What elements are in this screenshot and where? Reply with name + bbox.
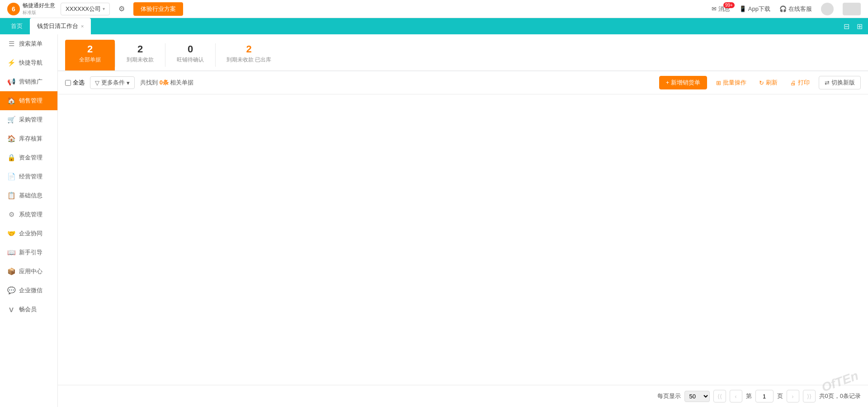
sidebar-item-quick-nav[interactable]: ⚡ 快捷导航: [0, 53, 57, 72]
toolbar: 全选 ▽ 更多条件 ▾ 共找到 0条 相关单据 + 新增销货单 ⊞ 批量操作: [58, 71, 868, 94]
last-page-button[interactable]: ⟩⟩: [803, 390, 816, 402]
app-download-button[interactable]: 📱 App下载: [739, 5, 770, 13]
sidebar-item-finance[interactable]: 🔒 资金管理: [0, 148, 57, 167]
sidebar-item-purchase[interactable]: 🛒 采购管理: [0, 110, 57, 129]
tab-home[interactable]: 首页: [4, 18, 30, 34]
message-badge: 99+: [723, 2, 735, 8]
print-button[interactable]: 🖨 打印: [787, 77, 813, 89]
total-records: 共0页，0条记录: [819, 392, 861, 400]
service-icon: 🎧: [779, 5, 787, 12]
user-name: [843, 3, 861, 15]
prev-page-button[interactable]: ‹: [730, 390, 742, 402]
sidebar-item-operations[interactable]: 📄 经营管理: [0, 167, 57, 186]
toolbar-right: + 新增销货单 ⊞ 批量操作 ↻ 刷新 🖨 打印 ⇄ 切换新版: [659, 76, 861, 89]
basic-info-icon: 📋: [7, 192, 15, 200]
quick-nav-icon: ⚡: [7, 59, 15, 67]
next-page-button[interactable]: ›: [787, 390, 799, 402]
avatar[interactable]: [821, 3, 834, 15]
chevron-down-icon: ▾: [127, 80, 130, 86]
tab-collapse-icon[interactable]: ⊟: [842, 20, 851, 33]
logo-text: 畅捷通好生意 标准版: [23, 2, 55, 15]
batch-operation-button[interactable]: ⊞ 批量操作: [712, 77, 750, 89]
logo-area: 6 畅捷通好生意 标准版: [7, 2, 55, 15]
guide-icon: 📖: [7, 248, 15, 257]
stat-tab-pending[interactable]: 0 旺铺待确认: [165, 40, 215, 70]
stat-all-label: 全部单据: [76, 56, 104, 64]
filter-icon: ▽: [95, 80, 99, 86]
per-page-label: 每页显示: [657, 392, 681, 400]
add-sale-order-button[interactable]: + 新增销货单: [659, 76, 707, 89]
sidebar-item-basic-info[interactable]: 📋 基础信息: [0, 186, 57, 205]
sidebar-item-member[interactable]: V 畅会员: [0, 300, 57, 319]
sidebar-item-app-center[interactable]: 📦 应用中心: [0, 262, 57, 281]
switch-version-button[interactable]: ⇄ 切换新版: [819, 76, 861, 89]
system-icon: ⚙: [7, 211, 15, 219]
experience-button[interactable]: 体验行业方案: [133, 2, 183, 16]
stat-pending-count: 0: [176, 43, 204, 55]
tab-expand-icon[interactable]: ⊞: [855, 20, 864, 33]
company-selector[interactable]: XXXXXX公司 ▾: [61, 3, 110, 15]
finance-icon: 🔒: [7, 154, 15, 162]
page-input[interactable]: [755, 390, 774, 402]
sidebar-item-marketing[interactable]: 📢 营销推广: [0, 72, 57, 91]
header-left: 6 畅捷通好生意 标准版 XXXXXX公司 ▾ ⚙ 体验行业方案: [7, 2, 183, 16]
stats-tabs: 2 全部单据 2 到期未收款 0 旺铺待确认 2 到期未收款 已出库: [58, 34, 868, 71]
sidebar-item-search-menu[interactable]: ☰ 搜索菜单: [0, 34, 57, 53]
switch-icon: ⇄: [825, 80, 830, 86]
stat-tab-unshipped[interactable]: 2 到期未收款 已出库: [216, 40, 282, 70]
page-label: 第: [746, 392, 752, 400]
sidebar-item-sales[interactable]: 🏠 销售管理: [0, 91, 57, 110]
sidebar-item-system[interactable]: ⚙ 系统管理: [0, 205, 57, 224]
sidebar-item-inventory[interactable]: 🏠 库存核算: [0, 129, 57, 148]
sidebar: ☰ 搜索菜单 ⚡ 快捷导航 📢 营销推广 🏠 销售管理 🛒 采购管理 🏠 库存核…: [0, 34, 58, 407]
stat-pending-label: 旺铺待确认: [176, 56, 204, 64]
sidebar-item-cooperation[interactable]: 🤝 企业协同: [0, 224, 57, 243]
found-count: 0条: [160, 79, 169, 86]
stat-overdue-label: 到期未收款: [126, 56, 154, 64]
chevron-down-icon: ▾: [103, 6, 105, 11]
app-center-icon: 📦: [7, 267, 15, 276]
refresh-icon: ↻: [759, 80, 764, 86]
search-menu-icon: ☰: [7, 40, 15, 48]
tab-close-icon[interactable]: ×: [81, 23, 84, 29]
sidebar-item-guide[interactable]: 📖 新手引导: [0, 243, 57, 262]
stat-all-count: 2: [76, 43, 104, 55]
main-layout: ☰ 搜索菜单 ⚡ 快捷导航 📢 营销推广 🏠 销售管理 🛒 采购管理 🏠 库存核…: [0, 34, 868, 407]
first-page-button[interactable]: ⟨⟨: [713, 390, 726, 402]
tab-qianhuoricqing[interactable]: 钱货日清工作台 ×: [30, 18, 91, 34]
operations-icon: 📄: [7, 173, 15, 181]
filter-button[interactable]: ▽ 更多条件 ▾: [90, 76, 135, 89]
nav-tabs-right: ⊟ ⊞: [842, 20, 864, 33]
cooperation-icon: 🤝: [7, 229, 15, 238]
sales-icon: 🏠: [7, 97, 15, 105]
content-area: 2 全部单据 2 到期未收款 0 旺铺待确认 2 到期未收款 已出库: [58, 34, 868, 407]
online-service-button[interactable]: 🎧 在线客服: [779, 5, 812, 13]
stat-unshipped-label: 到期未收款 已出库: [226, 56, 271, 64]
logo-icon: 6: [7, 3, 20, 15]
message-icon: ✉: [712, 5, 717, 12]
found-text: 共找到 0条 相关单据: [140, 79, 193, 87]
settings-button[interactable]: ⚙: [115, 3, 128, 15]
inventory-icon: 🏠: [7, 135, 15, 143]
nav-tabs: 首页 钱货日清工作台 × ⊟ ⊞: [0, 18, 868, 34]
toolbar-left: 全选 ▽ 更多条件 ▾ 共找到 0条 相关单据: [65, 76, 193, 89]
pagination: 每页显示 10 20 50 100 ⟨⟨ ‹ 第 页 › ⟩⟩ 共0页，0条记录: [58, 385, 868, 407]
wechat-icon: 💬: [7, 286, 15, 295]
header-right: ✉ 消息 99+ 📱 App下载 🎧 在线客服: [712, 3, 861, 15]
sidebar-item-wechat[interactable]: 💬 企业微信: [0, 281, 57, 300]
page-suffix: 页: [777, 392, 783, 400]
purchase-icon: 🛒: [7, 116, 15, 124]
stat-unshipped-count: 2: [226, 43, 271, 55]
top-header: 6 畅捷通好生意 标准版 XXXXXX公司 ▾ ⚙ 体验行业方案 ✉ 消息 99…: [0, 0, 868, 18]
table-area: [58, 94, 868, 385]
per-page-select[interactable]: 10 20 50 100: [684, 391, 710, 402]
stat-tab-all[interactable]: 2 全部单据: [65, 40, 115, 70]
message-button[interactable]: ✉ 消息 99+: [712, 5, 730, 13]
select-all-input[interactable]: [65, 80, 71, 86]
stat-overdue-count: 2: [126, 43, 154, 55]
stat-tab-overdue-unpaid[interactable]: 2 到期未收款: [115, 40, 165, 70]
select-all-checkbox[interactable]: 全选: [65, 79, 85, 87]
refresh-button[interactable]: ↻ 刷新: [755, 77, 781, 89]
member-icon: V: [7, 306, 15, 313]
batch-icon: ⊞: [716, 80, 721, 86]
